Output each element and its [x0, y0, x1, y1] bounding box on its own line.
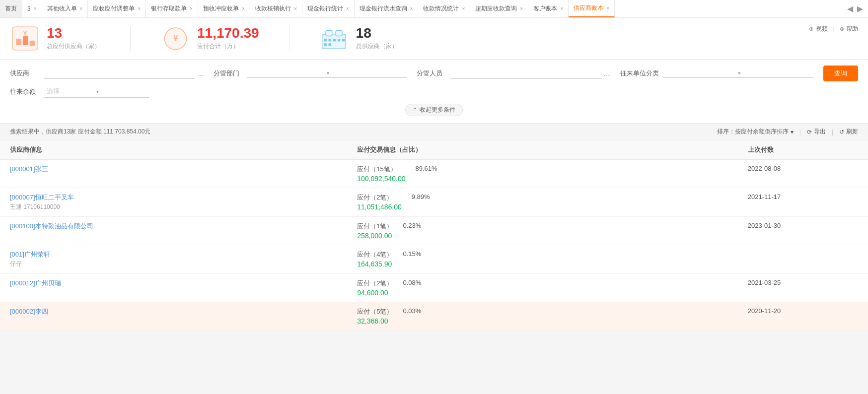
tab-3[interactable]: 3 ×	[22, 0, 42, 17]
tab-cash-bank-stats[interactable]: 现金银行统计 ×	[302, 0, 355, 17]
tab-ar-ap-adjust[interactable]: 应收应付调整单 ×	[88, 0, 146, 17]
dept-select[interactable]: ▾	[247, 69, 407, 78]
filter-dept: 分管部门 ▾	[214, 69, 407, 78]
close-tab-ar-ap-adjust[interactable]: ×	[138, 6, 141, 11]
balance-select[interactable]: 选择... ▾	[44, 85, 149, 98]
txn-label: 应付（2笔）	[357, 279, 393, 288]
sort-icon: ▾	[791, 129, 794, 135]
table-row: [000100]本特勤油品有限公司应付（1笔）258,000.000.23%20…	[0, 217, 868, 245]
refresh-button[interactable]: ↺ 刷新	[839, 128, 858, 136]
tab-other-income-label: 其他收入单	[47, 4, 77, 13]
payable-suppliers-label: 总应付供应商（家）	[47, 42, 100, 51]
person-filter-label: 分管人员	[417, 69, 446, 78]
last-pay-cell	[738, 245, 868, 274]
svg-rect-3	[22, 36, 28, 45]
svg-rect-10	[324, 39, 327, 41]
category-select[interactable]: ▾	[663, 69, 814, 78]
stat-divider-2	[289, 26, 289, 51]
last-pay-cell: 2021-11-17	[738, 188, 868, 217]
tab-receipt-stats[interactable]: 收款情况统计 ×	[418, 0, 470, 17]
tab-customer-ledger[interactable]: 客户账本 ×	[528, 0, 569, 17]
tab-supplier-ledger[interactable]: 供应商账本 ×	[569, 0, 615, 17]
txn-amount[interactable]: 100,092,540.00	[357, 175, 405, 183]
supplier-link[interactable]: [001]广州荣轩	[10, 251, 50, 258]
person-input[interactable]	[450, 68, 602, 79]
collapse-button[interactable]: ⌃ 收起更多条件	[405, 104, 463, 116]
tab-receipt-exec[interactable]: 收款核销执行 ×	[250, 0, 302, 17]
close-tab-customer-ledger[interactable]: ×	[560, 6, 563, 11]
stat-payable-amount: ¥ 11,170.39 应付合计（万）	[160, 25, 259, 52]
person-dots-btn[interactable]: …	[604, 70, 610, 77]
close-tab-overdue-ar[interactable]: ×	[520, 6, 523, 11]
supplier-cell: [001]广州荣轩仔仔	[0, 245, 347, 274]
tab-other-income[interactable]: 其他收入单 ×	[42, 0, 88, 17]
query-button[interactable]: 查询	[823, 66, 858, 81]
help-link[interactable]: ⊙ 帮助	[840, 25, 858, 33]
supplier-link[interactable]: [000002]李四	[10, 308, 48, 315]
payable-suppliers-number: 13	[47, 26, 100, 40]
result-summary: 搜索结果中，供应商13家 应付金额 111,703,854.00元	[10, 128, 150, 136]
supplier-cell: [000002]李四	[0, 302, 347, 330]
total-suppliers-text: 18 总供应商（家）	[356, 26, 398, 51]
video-link[interactable]: ⊙ 视频	[809, 25, 827, 33]
nav-prev-arrow[interactable]: ◀	[845, 3, 855, 14]
filter-balance: 往来余额 选择... ▾	[10, 85, 149, 98]
txn-amount[interactable]: 32,366.00	[357, 317, 393, 325]
supplier-link[interactable]: [000012]广州贝瑞	[10, 279, 61, 287]
tab-cash-bank-flow-label: 现金银行流水查询	[360, 4, 407, 13]
close-tab-prepay-offset[interactable]: ×	[242, 6, 245, 11]
txn-amount[interactable]: 258,000.00	[357, 232, 393, 240]
supplier-link[interactable]: [000007]恒旺二手叉车	[10, 194, 74, 201]
export-icon: ⟳	[807, 129, 812, 135]
refresh-icon: ↺	[839, 129, 844, 135]
tab-receipt-stats-label: 收款情况统计	[423, 4, 459, 13]
nav-next-arrow[interactable]: ▶	[855, 3, 865, 14]
tab-supplier-ledger-label: 供应商账本	[574, 4, 603, 12]
table-row: [000012]广州贝瑞应付（2笔）94,600.000.08%2021-03-…	[0, 274, 868, 302]
supplier-input[interactable]	[44, 68, 195, 79]
tab-bank-deposit[interactable]: 银行存取款单 ×	[146, 0, 198, 17]
txn-amount-block: 应付（2笔）94,600.00	[357, 279, 393, 297]
result-info: 搜索结果中，供应商13家 应付金额 111,703,854.00元	[10, 128, 150, 136]
tab-ar-ap-adjust-label: 应收应付调整单	[93, 4, 135, 13]
svg-rect-4	[29, 41, 35, 46]
close-tab-receipt-stats[interactable]: ×	[462, 6, 465, 11]
tab-cash-bank-stats-label: 现金银行统计	[307, 4, 343, 13]
close-tab-bank-deposit[interactable]: ×	[190, 6, 193, 11]
txn-amount[interactable]: 164,635.90	[357, 260, 393, 268]
balance-filter-label: 往来余额	[10, 87, 40, 96]
tab-customer-ledger-label: 客户账本	[533, 4, 557, 13]
data-table-wrap: 供应商信息 应付交易信息（占比） 上次付数 [000001]张三应付（15笔）1…	[0, 140, 868, 330]
total-suppliers-label: 总供应商（家）	[356, 42, 398, 51]
total-suppliers-icon	[319, 25, 349, 52]
table-header: 供应商信息 应付交易信息（占比） 上次付数	[0, 140, 868, 160]
txn-amount-block: 应付（4笔）164,635.90	[357, 250, 393, 268]
supplier-link[interactable]: [000100]本特勤油品有限公司	[10, 222, 93, 230]
tab-cash-bank-flow[interactable]: 现金银行流水查询 ×	[355, 0, 419, 17]
export-label: 导出	[814, 128, 826, 136]
txn-amount[interactable]: 94,600.00	[357, 289, 393, 297]
close-tab-receipt-exec[interactable]: ×	[294, 6, 297, 11]
txn-label: 应付（1笔）	[357, 222, 393, 231]
tab-home-label: 首页	[5, 4, 17, 13]
txn-cell: 应付（5笔）32,366.000.03%	[347, 302, 738, 330]
supplier-dots-btn[interactable]: …	[197, 70, 204, 77]
export-button[interactable]: ⟳ 导出	[807, 128, 826, 136]
close-tab-other-income[interactable]: ×	[80, 6, 83, 11]
close-tab-cash-bank-stats[interactable]: ×	[346, 6, 349, 11]
filter-person: 分管人员 …	[417, 68, 610, 79]
last-pay-cell: 2022-08-08	[738, 160, 868, 188]
svg-rect-8	[326, 30, 332, 36]
supplier-sub-info: 仔仔	[10, 260, 337, 268]
tab-overdue-ar[interactable]: 超期应收款查询 ×	[470, 0, 528, 17]
collapse-up-icon: ⌃	[413, 107, 418, 114]
close-tab-cash-bank-flow[interactable]: ×	[410, 6, 413, 11]
tab-prepay-offset[interactable]: 预收冲应收单 ×	[198, 0, 250, 17]
close-tab-3[interactable]: ×	[34, 6, 37, 11]
supplier-link[interactable]: [000001]张三	[10, 165, 48, 173]
close-tab-supplier-ledger[interactable]: ×	[606, 5, 609, 11]
txn-amount[interactable]: 11,051,486.00	[357, 203, 402, 211]
sort-button[interactable]: 排序：按应付余额倒序排序 ▾	[717, 128, 794, 136]
svg-rect-15	[324, 43, 327, 46]
tab-home[interactable]: 首页	[0, 0, 22, 17]
